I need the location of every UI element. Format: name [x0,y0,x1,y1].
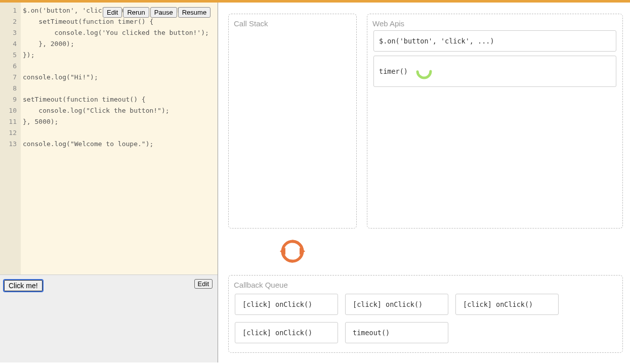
line-number: 10 [0,105,21,116]
spinner-icon [415,62,433,80]
event-loop-row [228,229,623,275]
code-line: }); [21,50,218,61]
code-line [21,127,218,139]
resume-button[interactable]: Resume [178,7,211,18]
web-api-item: $.on('button', 'click', ...) [373,30,616,52]
code-line: }, 5000); [21,116,218,127]
call-stack-title: Call Stack [234,19,268,28]
line-gutter: 12345678910111213 [0,3,21,275]
left-pane: 12345678910111213 $.on('button', 'click'… [0,3,218,362]
code-line: console.log("Hi!"); [21,72,218,83]
event-loop-icon [275,237,310,266]
web-apis-title: Web Apis [372,19,404,28]
call-stack-panel: Call Stack [228,14,357,229]
line-number: 12 [0,127,21,139]
callback-queue-panel: Callback Queue [click] onClick()[click] … [228,275,623,353]
web-api-item-label: $.on('button', 'click', ...) [379,37,494,45]
line-number: 5 [0,50,21,61]
line-number: 8 [0,83,21,94]
callback-queue-title: Callback Queue [234,281,288,289]
code-line: console.log('You clicked the button!'); [21,27,218,38]
web-apis-panel: Web Apis $.on('button', 'click', ...) ti… [367,14,623,229]
callback-queue-item: timeout() [345,322,448,343]
line-number: 1 [0,5,21,16]
code-line: }, 2000); [21,38,218,50]
click-me-button[interactable]: Click me! [4,280,43,291]
line-number: 6 [0,61,21,72]
line-number: 9 [0,94,21,105]
code-line: console.log("Click the button!"); [21,105,218,116]
line-number: 4 [0,38,21,50]
callback-queue-item: [click] onClick() [235,294,338,315]
line-number: 7 [0,72,21,83]
line-number: 13 [0,139,21,150]
code-line [21,61,218,72]
render-edit-button[interactable]: Edit [194,279,213,289]
callback-queue-item: [click] onClick() [345,294,448,315]
line-number: 2 [0,16,21,27]
edit-button[interactable]: Edit [103,7,122,18]
render-area: Click me! Edit [0,275,218,362]
line-number: 3 [0,27,21,38]
right-pane: Call Stack Web Apis $.on('button', 'clic… [218,3,630,362]
code-content: $.on('button', 'click', function onClick… [21,3,218,275]
callback-queue-item: [click] onClick() [235,322,338,343]
pause-button[interactable]: Pause [150,7,177,18]
svg-point-0 [417,65,431,78]
web-api-item-label: timer() [379,67,408,75]
code-line [21,83,218,94]
rerun-button[interactable]: Rerun [123,7,149,18]
code-line: setTimeout(function timeout() { [21,94,218,105]
code-line: setTimeout(function timer() { [21,16,218,27]
code-editor[interactable]: 12345678910111213 $.on('button', 'click'… [0,3,218,275]
editor-toolbar: Edit Rerun Pause Resume [103,7,212,18]
code-line: console.log("Welcome to loupe."); [21,139,218,150]
line-number: 11 [0,116,21,127]
callback-queue-item: [click] onClick() [455,294,559,315]
web-api-item: timer() [373,56,616,87]
